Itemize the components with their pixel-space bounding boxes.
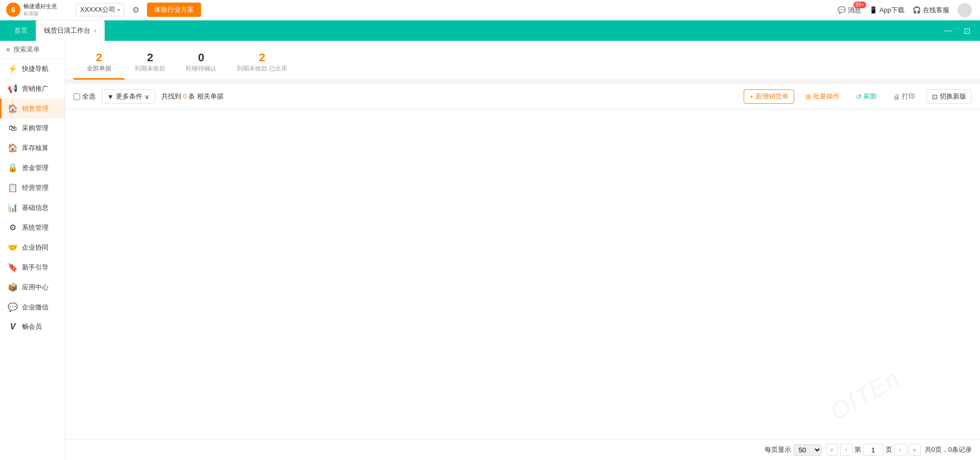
sidebar-item-guide[interactable]: 🔖 新手引导 <box>0 257 65 277</box>
refresh-icon: ↺ <box>856 93 862 101</box>
sidebar-label: 企业协同 <box>22 243 48 252</box>
toolbar: 全选 ▼ 更多条件 ∨ 共找到 0 条 相关单据 + 新增销货单 <box>65 84 980 109</box>
message-button[interactable]: 💬 消息 99+ <box>838 6 861 15</box>
tab-overdue-count: 2 <box>135 51 165 64</box>
found-count: 0 <box>183 92 187 100</box>
batch-operation-button[interactable]: ⊞ 批量操作 <box>800 90 845 103</box>
sidebar-item-basic-info[interactable]: 📊 基础信息 <box>0 198 65 217</box>
company-name: XXXXX公司 <box>80 5 115 14</box>
chevron-down-icon: ∨ <box>144 93 150 101</box>
sidebar: ≡ 搜索菜单 ⚡ 快捷导航 📢 营销推广 🏠 销售管理 🛍 采购管理 🏠 库存核… <box>0 41 65 460</box>
sidebar-item-quick-nav[interactable]: ⚡ 快捷导航 <box>0 59 65 79</box>
last-page-button[interactable]: » <box>909 444 921 456</box>
select-all-checkbox[interactable]: 全选 <box>74 92 95 101</box>
online-service-button[interactable]: 🎧 在线客服 <box>913 6 949 15</box>
sidebar-label: 资金管理 <box>22 163 48 173</box>
first-page-button[interactable]: « <box>826 444 838 456</box>
company-selector[interactable]: XXXXX公司 ▾ <box>76 3 125 16</box>
page-size-select[interactable]: 50 20 100 <box>793 444 822 456</box>
search-menu-item[interactable]: ≡ 搜索菜单 <box>0 41 65 59</box>
tab-minimize-button[interactable]: — <box>941 23 955 38</box>
select-all-label: 全选 <box>82 92 95 101</box>
add-label: 新增销货单 <box>755 92 789 101</box>
app-download-label: App下载 <box>879 6 904 15</box>
member-icon: V <box>8 322 18 331</box>
batch-label: 批量操作 <box>813 92 840 101</box>
prev-page-button[interactable]: ‹ <box>840 444 852 456</box>
tab-maximize-button[interactable]: ⊡ <box>960 23 974 38</box>
sidebar-label: 库存核算 <box>22 143 48 153</box>
per-page-label: 每页显示 <box>765 445 791 454</box>
sidebar-item-marketing[interactable]: 📢 营销推广 <box>0 79 65 99</box>
capital-icon: 🔒 <box>8 163 18 173</box>
main-layout: ≡ 搜索菜单 ⚡ 快捷导航 📢 营销推广 🏠 销售管理 🛍 采购管理 🏠 库存核… <box>0 41 980 460</box>
page-input[interactable] <box>863 444 884 456</box>
sidebar-item-inventory[interactable]: 🏠 库存核算 <box>0 138 65 158</box>
switch-version-button[interactable]: ⊡ 切换新版 <box>926 89 972 104</box>
trial-button[interactable]: 体验行业方案 <box>147 3 201 17</box>
tab-wangwang[interactable]: 0 旺辅待确认 <box>176 47 227 80</box>
guide-icon: 🔖 <box>8 262 18 272</box>
sidebar-label: 快捷导航 <box>22 64 48 74</box>
sidebar-item-capital[interactable]: 🔒 资金管理 <box>0 158 65 178</box>
cooperation-icon: 🤝 <box>8 243 18 252</box>
purchase-icon: 🛍 <box>8 124 18 133</box>
page-prefix: 第 <box>854 445 861 454</box>
download-icon: 📱 <box>869 6 877 14</box>
sidebar-label: 应用中心 <box>22 283 48 292</box>
sidebar-item-purchase[interactable]: 🛍 采购管理 <box>0 118 65 138</box>
found-text: 共找到 0 条 相关单据 <box>161 92 224 101</box>
logo-icon: 6 <box>6 3 20 17</box>
add-sales-order-button[interactable]: + 新增销货单 <box>744 89 794 104</box>
toolbar-right: + 新增销货单 ⊞ 批量操作 ↺ 刷新 🖨 打印 ⊡ 切换新版 <box>744 89 972 104</box>
sidebar-item-member[interactable]: V 畅会员 <box>0 317 65 336</box>
table-area <box>65 109 980 439</box>
sidebar-item-cooperation[interactable]: 🤝 企业协同 <box>0 237 65 257</box>
next-page-button[interactable]: › <box>894 444 906 456</box>
tab-overdue-shipped-count: 2 <box>237 51 287 64</box>
app-center-icon: 📦 <box>8 282 18 292</box>
operation-icon: 📋 <box>8 183 18 192</box>
user-avatar[interactable] <box>958 3 974 17</box>
tab-overdue[interactable]: 2 到期未收款 <box>125 47 176 80</box>
sidebar-label: 畅会员 <box>22 322 42 331</box>
sidebar-label: 销售管理 <box>22 104 48 113</box>
print-icon: 🖨 <box>893 93 900 101</box>
select-all-input[interactable] <box>74 93 80 100</box>
top-bar: 6 畅捷通好生意 标准版 XXXXX公司 ▾ ⚙ 体验行业方案 💬 消息 99+… <box>0 0 980 20</box>
switch-icon: ⊡ <box>932 93 938 101</box>
tab-close-icon[interactable]: × <box>93 28 96 34</box>
tab-home[interactable]: 首页 <box>6 20 36 41</box>
settings-button[interactable]: ⚙ <box>129 3 143 17</box>
tab-overdue-shipped[interactable]: 2 到期未收款 已出库 <box>227 47 298 80</box>
service-icon: 🎧 <box>913 6 921 14</box>
tab-all[interactable]: 2 全部单据 <box>74 47 125 80</box>
filter-button[interactable]: ▼ 更多条件 ∨ <box>102 89 155 104</box>
online-service-label: 在线客服 <box>923 6 949 15</box>
nav-tabs-actions: — ⊡ <box>941 23 974 38</box>
switch-label: 切换新版 <box>940 92 966 101</box>
tab-wangwang-count: 0 <box>186 51 216 64</box>
sidebar-item-sales[interactable]: 🏠 销售管理 <box>0 99 65 118</box>
toolbar-left: 全选 ▼ 更多条件 ∨ 共找到 0 条 相关单据 <box>74 89 224 104</box>
gear-icon: ⚙ <box>132 5 139 15</box>
print-button[interactable]: 🖨 打印 <box>888 90 920 103</box>
batch-icon: ⊞ <box>805 93 811 101</box>
sidebar-item-app-center[interactable]: 📦 应用中心 <box>0 277 65 297</box>
system-icon: ⚙ <box>8 223 18 232</box>
sidebar-label: 系统管理 <box>22 223 48 232</box>
avatar-image <box>958 3 972 17</box>
print-label: 打印 <box>902 92 915 101</box>
sidebar-item-wechat[interactable]: 💬 企业微信 <box>0 297 65 317</box>
tab-all-count: 2 <box>84 51 114 64</box>
app-download-button[interactable]: 📱 App下载 <box>869 6 904 15</box>
refresh-button[interactable]: ↺ 刷新 <box>851 90 882 103</box>
sidebar-label: 经营管理 <box>22 183 48 192</box>
sidebar-item-system[interactable]: ⚙ 系统管理 <box>0 217 65 237</box>
sidebar-item-operation[interactable]: 📋 经营管理 <box>0 178 65 198</box>
chevron-down-icon: ▾ <box>117 7 120 13</box>
tab-workbench[interactable]: 钱货日清工作台 × <box>36 20 105 41</box>
basic-info-icon: 📊 <box>8 203 18 212</box>
logo-tag: 标准版 <box>23 10 57 17</box>
counter-tabs: 2 全部单据 2 到期未收款 0 旺辅待确认 2 到期未收款 已出库 <box>65 41 980 80</box>
